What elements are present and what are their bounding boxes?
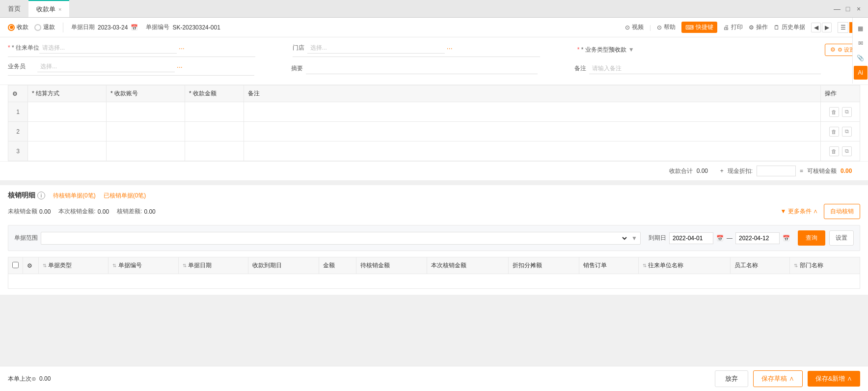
row-settlement-1[interactable] (28, 102, 107, 122)
col-pending-header: 待核销金额 (356, 257, 427, 274)
video-button[interactable]: ⊙ 视频 (625, 23, 644, 31)
date-to-input[interactable] (735, 232, 780, 244)
filter-range-select[interactable] (41, 232, 628, 244)
more-conditions-btn[interactable]: ▼ 更多条件 ∧ (780, 207, 818, 216)
business-type-dropdown-icon[interactable]: ▼ (628, 46, 634, 53)
col-settlement-header: * 结算方式 (28, 85, 107, 102)
counterpart-more-icon[interactable]: ··· (177, 44, 187, 52)
col-num-header: ⇅ 单据编号 (108, 257, 178, 274)
col-settings-header-2[interactable]: ⚙ (23, 257, 39, 274)
verify-info-icon[interactable]: i (37, 192, 45, 199)
counterpart-label: * 往来单位 (8, 44, 39, 52)
help-button[interactable]: ⊙ 帮助 (657, 23, 676, 31)
date-from-input[interactable] (669, 232, 713, 244)
row-remark-3[interactable] (244, 141, 821, 161)
staff-input[interactable] (37, 61, 175, 72)
remark-label: 备注 (574, 64, 589, 73)
row-num-2: 2 (8, 122, 28, 141)
total-label: 收款合计 (669, 167, 693, 175)
save-draft-button[interactable]: 保存草稿 ∧ (753, 370, 803, 387)
query-button[interactable]: 查询 (798, 230, 825, 246)
nav-next[interactable]: ▶ (822, 23, 832, 32)
counterpart-input[interactable] (39, 42, 177, 54)
tab-close-icon[interactable]: × (58, 6, 61, 12)
maximize-button[interactable]: □ (844, 5, 851, 12)
row-copy-3[interactable]: ⧉ (842, 146, 852, 156)
print-button[interactable]: 🖨 打印 (723, 23, 743, 31)
stat-diff: 核销差额: 0.00 (117, 207, 156, 216)
save-new-button[interactable]: 保存&新增 ∧ (808, 371, 860, 387)
date-to-calendar-icon[interactable]: 📅 (783, 235, 790, 242)
row-account-1[interactable] (107, 102, 185, 122)
summary-label: 摘要 (291, 64, 306, 73)
sidebar-clip-icon[interactable]: 📎 (854, 51, 868, 65)
row-delete-3[interactable]: 🗑 (829, 146, 839, 156)
discard-button[interactable]: 放弃 (715, 370, 748, 387)
store-more-icon[interactable]: ··· (445, 44, 455, 52)
diff-label: 核销差额: (117, 207, 142, 216)
date-from-calendar-icon[interactable]: 📅 (716, 235, 724, 242)
due-date-label: 到期日 (649, 234, 666, 242)
verify-pending-tab[interactable]: 待核销单据(0笔) (53, 192, 96, 200)
col-due-date-header: 收款到期日 (248, 257, 319, 274)
store-input[interactable] (307, 42, 445, 54)
right-sidebar: ▦ ✉ 📎 Ai (852, 18, 868, 84)
select-all-checkbox[interactable] (12, 262, 19, 268)
row-account-3[interactable] (107, 141, 185, 161)
staff-more-icon[interactable]: ··· (175, 63, 185, 71)
col-date-sort[interactable]: ⇅ (183, 263, 187, 268)
col-settings-header[interactable]: ⚙ (8, 85, 28, 102)
tab-home[interactable]: 首页 (0, 0, 28, 17)
radio-refund[interactable]: 退款 (34, 23, 55, 31)
row-amount-3[interactable] (185, 141, 244, 161)
row-delete-2[interactable]: 🗑 (829, 127, 839, 137)
row-copy-1[interactable]: ⧉ (842, 107, 852, 117)
row-amount-1[interactable] (185, 102, 244, 122)
radio-receive[interactable]: 收款 (8, 23, 28, 31)
verify-verified-tab[interactable]: 已核销单据(0笔) (104, 192, 146, 200)
row-remark-1[interactable] (244, 102, 821, 122)
col-num-sort[interactable]: ⇅ (112, 263, 116, 268)
sidebar-table-icon[interactable]: ▦ (854, 22, 868, 35)
row-delete-1[interactable]: 🗑 (829, 107, 839, 117)
close-button[interactable]: × (855, 5, 862, 12)
summary-input[interactable] (306, 63, 538, 74)
verify-verified-label: 已核销单据(0笔) (104, 192, 146, 199)
sidebar-camera-icon[interactable]: Ai (854, 66, 868, 80)
action-button[interactable]: ⚙ 操作 (749, 23, 768, 31)
col-action-label: 操作 (825, 90, 837, 97)
calendar-icon[interactable]: 📅 (131, 24, 138, 31)
remark-input[interactable] (589, 63, 821, 74)
row-amount-2[interactable] (185, 122, 244, 141)
row-account-2[interactable] (107, 122, 185, 141)
sidebar-mail-icon[interactable]: ✉ (854, 36, 868, 50)
col-type-sort[interactable]: ⇅ (43, 263, 47, 268)
history-button[interactable]: 🗒 历史单据 (774, 23, 805, 31)
help-label: 帮助 (664, 23, 676, 31)
col-remark-header: 备注 (244, 85, 821, 102)
view-list[interactable]: ☰ (838, 22, 848, 33)
order-label: 本单上次⊙ (8, 375, 36, 383)
tab-active-label: 收款单 (36, 5, 55, 14)
remark-field: 备注 (574, 63, 821, 74)
auto-verify-button[interactable]: 自动核销 (824, 204, 860, 219)
row-remark-2[interactable] (244, 122, 821, 141)
col-dept-sort[interactable]: ⇅ (794, 263, 798, 268)
minimize-button[interactable]: — (834, 5, 841, 12)
col-type-header: ⇅ 单据类型 (39, 257, 108, 274)
tab-active[interactable]: 收款单 × (28, 0, 69, 17)
data-table: ⚙ * 结算方式 * 收款账号 * 收款金额 备注 操作 (8, 85, 860, 161)
discount-input[interactable] (757, 166, 796, 176)
doc-num-label: 单据编号 (146, 23, 169, 31)
radio-receive-dot (10, 26, 13, 29)
save-new-label: 保存&新增 ∧ (815, 374, 852, 383)
store-label: 门店 (293, 44, 307, 52)
row-copy-2[interactable]: ⧉ (842, 127, 852, 137)
shortcut-button[interactable]: ⌨ 快捷键 (681, 22, 717, 33)
form-row-1: * 往来单位 ··· 门店 ··· * 业务类型 预收款 ▼ ⚙ ⚙ 设置 (8, 42, 860, 57)
col-counterpart-sort[interactable]: ⇅ (643, 263, 647, 268)
row-settlement-2[interactable] (28, 122, 107, 141)
nav-prev[interactable]: ◀ (811, 23, 821, 32)
verify-settings-button[interactable]: 设置 (829, 230, 854, 246)
row-settlement-3[interactable] (28, 141, 107, 161)
